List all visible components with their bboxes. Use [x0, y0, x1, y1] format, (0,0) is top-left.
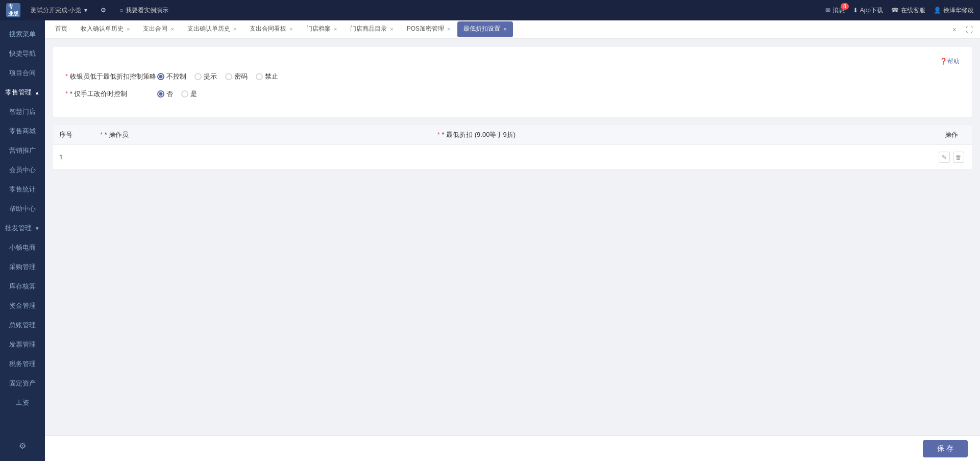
topbar-right: ✉ 消息 8 ⬇ App下载 ☎ 在线客服 👤 徐泽华修改: [825, 6, 974, 15]
sidebar-item-project[interactable]: 项目合同: [0, 63, 45, 83]
tab-min-discount-close[interactable]: ×: [503, 26, 506, 32]
purchase-label: 采购管理: [9, 263, 36, 271]
user-label: 徐泽华修改: [943, 6, 974, 15]
sidebar-item-online-shop[interactable]: 零售商城: [0, 122, 45, 141]
invoice-label: 发票管理: [9, 341, 36, 348]
sidebar-item-member[interactable]: 会员中心: [0, 160, 45, 180]
ledger-label: 总账管理: [9, 321, 36, 329]
tab-income-confirm-label: 收入确认单历史: [81, 25, 124, 33]
tab-payment-board-label: 支出合同看板: [250, 25, 286, 33]
sidebar-item-assets[interactable]: 固定资产: [0, 374, 45, 393]
save-button[interactable]: 保 存: [923, 440, 968, 457]
tab-store-products-close[interactable]: ×: [390, 26, 393, 32]
sidebar-item-retail-stat[interactable]: 零售统计: [0, 180, 45, 199]
app-logo: 专业版: [6, 3, 20, 17]
sidebar-item-smart-store[interactable]: 智慧门店: [0, 102, 45, 122]
user-menu-button[interactable]: 👤 徐泽华修改: [934, 6, 974, 15]
inventory-label: 库存核算: [9, 282, 36, 290]
tab-payment-confirm-close[interactable]: ×: [233, 26, 236, 32]
sidebar-item-invoice[interactable]: 发票管理: [0, 335, 45, 354]
sidebar-item-search[interactable]: 搜索菜单: [0, 25, 45, 44]
discount-policy-label: * 收银员低于最低折扣控制策略: [65, 72, 157, 81]
tab-store-products-label: 门店商品目录: [350, 25, 387, 33]
tab-maximize-button[interactable]: ⛶: [963, 25, 976, 35]
discount-policy-row: * 收银员低于最低折扣控制策略 不控制 提示: [65, 72, 960, 81]
sidebar-item-marketing[interactable]: 营销推广: [0, 141, 45, 160]
sidebar-item-help[interactable]: 帮助中心: [0, 199, 45, 219]
tab-close-button[interactable]: ×: [949, 25, 960, 35]
sidebar-item-payroll[interactable]: 工资: [0, 393, 45, 413]
sidebar-item-capital[interactable]: 资金管理: [0, 296, 45, 316]
radio-yes-label: 是: [190, 89, 197, 99]
radio-forbid-circle: [256, 73, 263, 80]
tab-home-label: 首页: [55, 25, 67, 33]
tab-payment-confirm[interactable]: 支出确认单历史 ×: [181, 21, 242, 37]
delete-icon[interactable]: 🗑: [953, 152, 964, 163]
radio-yes[interactable]: 是: [181, 89, 197, 99]
tab-income-confirm[interactable]: 收入确认单历史 ×: [75, 21, 136, 37]
help-link[interactable]: ❓帮助: [940, 57, 960, 66]
download-icon: ⬇: [853, 7, 858, 14]
tab-store-file-close[interactable]: ×: [334, 26, 337, 32]
sidebar-item-inventory[interactable]: 库存核算: [0, 277, 45, 296]
manual-price-text: * 仅手工改价时控制: [70, 90, 128, 98]
sidebar-gear-button[interactable]: ⚙: [14, 436, 31, 456]
tab-store-file[interactable]: 门店档案 ×: [300, 21, 343, 37]
sidebar-item-purchase[interactable]: 采购管理: [0, 257, 45, 277]
cell-actions-1: ✎ 🗑: [931, 147, 972, 168]
wholesale-arrow: ▼: [35, 226, 40, 231]
gear-button[interactable]: ⚙: [101, 7, 106, 14]
table-body: 1 ✎ 🗑: [53, 145, 972, 169]
radio-no-control[interactable]: 不控制: [157, 72, 186, 81]
tab-payment-confirm-label: 支出确认单历史: [187, 25, 230, 33]
tab-min-discount[interactable]: 最低折扣设置 ×: [457, 21, 512, 37]
online-support-button[interactable]: ☎ 在线客服: [891, 6, 925, 15]
table-header: 序号 * * 操作员 * * 最低折扣 (9.00等于9折) 操作: [53, 125, 972, 145]
retail-label: 零售管理: [5, 88, 32, 96]
tab-store-products[interactable]: 门店商品目录 ×: [344, 21, 399, 37]
radio-remind[interactable]: 提示: [194, 72, 217, 81]
tab-payment-contract-label: 支出合同: [143, 25, 167, 33]
wholesale-label: 批发管理: [5, 224, 32, 232]
project-name: 测试分开完成·小党: [31, 6, 81, 15]
online-support-label: 在线客服: [901, 6, 925, 15]
tab-pos-password[interactable]: POS加密管理 ×: [401, 21, 457, 37]
radio-forbid[interactable]: 禁止: [256, 72, 278, 81]
demo-label: 我要看实例演示: [126, 6, 168, 15]
tab-payment-contract[interactable]: 支出合同 ×: [137, 21, 180, 37]
col-seq: 序号: [53, 125, 94, 144]
radio-password[interactable]: 密码: [225, 72, 248, 81]
tab-payment-contract-close[interactable]: ×: [170, 26, 174, 32]
tab-payment-board[interactable]: 支出合同看板 ×: [243, 21, 299, 37]
discount-policy-options: 不控制 提示 密码 禁止: [157, 72, 278, 81]
app-download-button[interactable]: ⬇ App下载: [853, 6, 883, 15]
radio-yes-circle: [181, 90, 188, 98]
table-card: 序号 * * 操作员 * * 最低折扣 (9.00等于9折) 操作 1: [53, 125, 972, 169]
tabbar: 首页 收入确认单历史 × 支出合同 × 支出确认单历史 × 支出合同看板 × 门…: [45, 20, 980, 39]
manual-price-label: * * 仅手工改价时控制: [65, 89, 157, 99]
tab-income-confirm-close[interactable]: ×: [127, 26, 130, 32]
tab-home[interactable]: 首页: [49, 21, 74, 37]
sidebar-item-ecommerce[interactable]: 小畅电商: [0, 238, 45, 257]
sidebar-item-wholesale[interactable]: 批发管理 ▼: [0, 219, 45, 238]
messages-button[interactable]: ✉ 消息 8: [825, 6, 845, 15]
tab-pos-password-close[interactable]: ×: [447, 26, 450, 32]
project-selector[interactable]: 测试分开完成·小党 ▾: [31, 6, 87, 15]
demo-link[interactable]: ○ 我要看实例演示: [119, 6, 168, 15]
tab-payment-board-close[interactable]: ×: [289, 26, 292, 32]
smart-store-label: 智慧门店: [9, 108, 36, 115]
sidebar-item-retail[interactable]: 零售管理 ▲: [0, 83, 45, 102]
demo-circle-icon: ○: [119, 7, 123, 14]
cell-operator-1: [94, 152, 431, 162]
col-actions: 操作: [931, 125, 972, 144]
sidebar-item-quicknav[interactable]: 快捷导航: [0, 44, 45, 63]
support-icon: ☎: [891, 7, 899, 14]
radio-no-control-circle: [157, 73, 164, 80]
radio-no[interactable]: 否: [157, 89, 173, 99]
col-operator: * * 操作员: [94, 125, 431, 144]
cell-seq-1: 1: [53, 148, 94, 166]
radio-forbid-label: 禁止: [265, 72, 278, 81]
sidebar-item-tax[interactable]: 税务管理: [0, 354, 45, 374]
sidebar-item-ledger[interactable]: 总账管理: [0, 316, 45, 335]
edit-icon[interactable]: ✎: [939, 152, 950, 163]
